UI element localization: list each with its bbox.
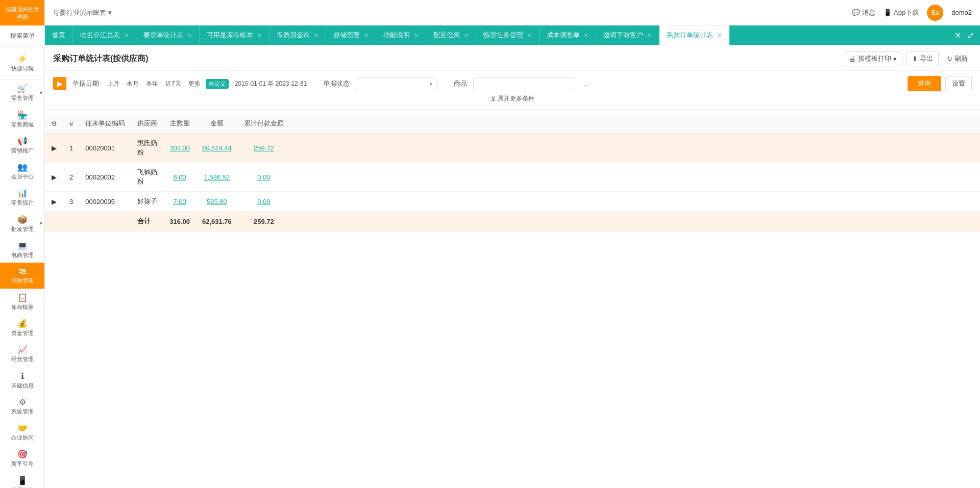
tab-item-9[interactable]: 成本调整单✕ [540,25,596,45]
sidebar-label-3: 会员中心 [11,173,34,180]
tab-item-10[interactable]: 邀请下游客户✕ [596,25,659,45]
shortcut-last-month[interactable]: 上月 [105,79,121,89]
shortcut-more[interactable]: 更多 [186,79,203,89]
tab-item-1[interactable]: 收发存汇总表✕ [73,25,136,45]
tab-close-icon-10[interactable]: ✕ [647,32,652,39]
filter-more-button[interactable]: ... [581,78,591,90]
export-button[interactable]: ⬇ 导出 [906,51,939,66]
refresh-button[interactable]: ↻ 刷新 [943,52,972,66]
table-col-settings[interactable]: ⚙ [45,114,63,134]
filter-expand-button[interactable]: ⊻ 展开更多条件 [491,94,534,103]
row-expand-0[interactable]: ▶ [45,134,63,163]
sidebar-item-零售管理[interactable]: 🛒 零售管理 ▾ [0,80,44,106]
user-name[interactable]: demo2 [951,9,972,16]
row-expand-icon-0: ▶ [52,144,57,152]
row-supplier-2: 好孩子 [131,192,163,212]
tab-item-8[interactable]: 拣货任务管理✕ [476,25,540,45]
shortcut-this-month[interactable]: 本月 [125,79,141,89]
tab-item-6[interactable]: 功能说明✕ [376,25,426,45]
tab-close-icon-4[interactable]: ✕ [314,32,318,39]
filter-toggle-button[interactable]: ▶ [53,77,66,90]
filter-status-select[interactable]: 全部 [356,78,437,90]
tab-item-3[interactable]: 可用量库存账本✕ [200,25,270,45]
tab-item-7[interactable]: 配置信息✕ [426,25,476,45]
template-print-button[interactable]: 🖨 按模板打印 ▾ [844,51,902,66]
sidebar-nav-list: 🛒 零售管理 ▾ 🏪 零售商城 📢 营销推广 👥 会员中心 📊 零售统计 📦 批… [0,80,44,488]
tab-close-icon-1[interactable]: ✕ [124,32,129,39]
tab-close-icon-8[interactable]: ✕ [527,32,532,39]
table-col-amount: 金额 [196,114,238,134]
row-paid-0[interactable]: 259.72 [238,134,290,163]
shortcut-7days[interactable]: 近7天 [163,79,183,89]
row-paid-1[interactable]: 0.00 [238,163,290,192]
row-expand-icon-2: ▶ [52,198,57,206]
row-quantity-1[interactable]: 6.00 [163,163,196,192]
sidebar-item-label: 快捷导航 [11,65,34,72]
tab-item-5[interactable]: 超储预警✕ [326,25,376,45]
table-row[interactable]: ▶ 1 00020001 惠氏奶粉 303.00 60,519.44 259.7… [45,134,980,163]
row-expand-icon-1: ▶ [52,173,57,181]
search-menu-button[interactable]: 搜索菜单 [3,30,41,42]
sidebar-icon-11: ℹ [21,371,24,381]
tab-item-0[interactable]: 首页 [45,25,73,45]
page-header: 采购订单统计表(按供应商) 🖨 按模板打印 ▾ ⬇ 导出 ↻ 刷新 [45,45,980,71]
tab-item-4[interactable]: 保质期查询✕ [270,25,326,45]
tab-item-11[interactable]: 采购订单统计表✕ [659,25,729,45]
sidebar-item-库存核算[interactable]: 📋 库存核算 [0,289,44,315]
sidebar-item-电商管理[interactable]: 💻 电商管理 [0,237,44,263]
tab-close-icon-9[interactable]: ✕ [584,32,589,39]
message-button[interactable]: 💬 消息 [852,8,875,17]
tab-close-icon-3[interactable]: ✕ [257,32,262,39]
row-amount-1[interactable]: 1,586.52 [196,163,238,192]
maximize-tab-button[interactable]: ⤢ [965,29,976,42]
custom-date-badge[interactable]: 自定义 [206,79,229,89]
sidebar-item-资金管理[interactable]: 💰 资金管理 [0,315,44,341]
sidebar-item-新手引导[interactable]: 🎯 新手引导 [0,445,44,471]
app-icon: 📱 [884,9,892,16]
sidebar-icon-12: ⚙ [19,397,26,407]
row-paid-2[interactable]: 0.00 [238,192,290,212]
sidebar-label-12: 系统管理 [11,408,34,415]
tab-item-2[interactable]: 要货单统计表✕ [136,25,200,45]
tab-close-icon-2[interactable]: ✕ [187,32,192,39]
account-dropdown[interactable]: 母婴行业演示账套 ▾ [53,8,112,17]
row-supplier-1: 飞鹤奶粉 [131,163,163,192]
row-code-1: 00020002 [79,163,131,192]
tab-close-icon-6[interactable]: ✕ [414,32,419,39]
filter-setting-button[interactable]: 设置 [945,76,972,91]
tab-bar-actions: ✕ ⤢ [948,29,980,42]
sidebar-item-基础信息[interactable]: ℹ 基础信息 [0,367,44,393]
sidebar-item-系统管理[interactable]: ⚙ 系统管理 [0,393,44,419]
row-code-2: 00020005 [79,192,131,212]
row-amount-2[interactable]: 525.80 [196,192,238,212]
tab-close-icon-11[interactable]: ✕ [717,32,722,39]
filter-goods-input[interactable] [473,78,575,90]
filter-status-wrapper: 全部 [356,78,437,90]
query-button[interactable]: 查询 [908,76,941,91]
row-expand-2[interactable]: ▶ [45,192,63,212]
shortcut-this-year[interactable]: 本年 [144,79,160,89]
sidebar-item-零售商城[interactable]: 🏪 零售商城 [0,106,44,132]
app-download-button[interactable]: 📱 App下载 [884,8,919,17]
row-amount-0[interactable]: 60,519.44 [196,134,238,163]
table-row[interactable]: ▶ 2 00020002 飞鹤奶粉 6.00 1,586.52 0.00 [45,163,980,192]
sidebar-item-经营管理[interactable]: 📈 经营管理 [0,341,44,367]
user-avatar[interactable]: Ea [927,5,943,21]
table-row[interactable]: ▶ 3 00020005 好孩子 7.00 525.80 0.00 [45,192,980,212]
sidebar-item-批发管理[interactable]: 📦 批发管理 ▾ [0,211,44,237]
sidebar-item-企业协同[interactable]: 🤝 企业协同 [0,419,44,445]
row-quantity-0[interactable]: 303.00 [163,134,196,163]
row-quantity-2[interactable]: 7.00 [163,192,196,212]
sidebar-item-quicknav[interactable]: ⚡ 快捷导航 [0,50,44,76]
close-tab-button[interactable]: ✕ [952,29,963,42]
sidebar-item-营销推广[interactable]: 📢 营销推广 [0,132,44,158]
tab-close-icon-5[interactable]: ✕ [364,32,369,39]
tab-close-icon-7[interactable]: ✕ [464,32,469,39]
sidebar-item-零售统计[interactable]: 📊 零售统计 [0,184,44,210]
sidebar-item-应用中心[interactable]: 📱 应用中心 [0,472,44,488]
sidebar-label-11: 基础信息 [11,382,34,389]
table-footer: 合计 316.00 62,631.76 259.72 [45,212,980,232]
sidebar-item-采购管理[interactable]: 🛍 采购管理 [0,263,44,288]
sidebar-item-会员中心[interactable]: 👥 会员中心 [0,158,44,184]
row-expand-1[interactable]: ▶ [45,163,63,192]
